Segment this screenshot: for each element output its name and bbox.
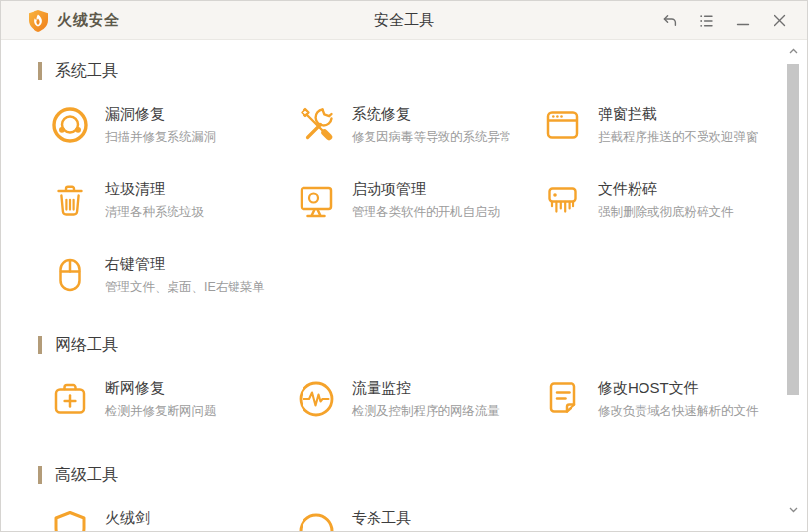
section-header-network-tools: 网络工具: [38, 334, 807, 356]
section-title: 高级工具: [55, 465, 118, 486]
tool-item-startup-manager[interactable]: 启动项管理 管理各类软件的开机自启动: [295, 178, 541, 224]
vertical-scrollbar[interactable]: [787, 46, 799, 531]
huorong-security-window: 火绒安全 安全工具: [0, 0, 808, 532]
tool-title: 弹窗拦截: [598, 104, 759, 124]
tool-title: 断网修复: [105, 378, 217, 398]
task-list-icon[interactable]: [699, 13, 714, 29]
section-accent-bar: [38, 336, 42, 354]
tool-item-system-repair[interactable]: 系统修复 修复因病毒等导致的系统异常: [295, 103, 541, 149]
startup-manager-icon: [295, 178, 338, 222]
app-logo: 火绒安全: [28, 9, 120, 33]
advanced-tools-grid: 火绒剑 专杀工具: [48, 507, 807, 532]
tool-item-right-click-menu[interactable]: 右键管理 管理文件、桌面、IE右键菜单: [48, 253, 295, 299]
tool-item-junk-clean[interactable]: 垃圾清理 清理各种系统垃圾: [48, 178, 295, 224]
app-name: 火绒安全: [57, 11, 120, 30]
tool-title: 垃圾清理: [105, 179, 204, 199]
flame-shield-logo-icon: [28, 9, 49, 33]
tool-subtitle: 检测并修复断网问题: [105, 403, 217, 419]
titlebar: 火绒安全 安全工具: [1, 1, 807, 40]
tool-title: 流量监控: [352, 378, 500, 398]
tool-item-huorong-sword[interactable]: 火绒剑: [48, 507, 295, 532]
section-title: 系统工具: [55, 61, 118, 82]
tool-item-modify-host-file[interactable]: 修改HOST文件 修改负责域名快速解析的文件: [541, 377, 787, 423]
section-accent-bar: [38, 62, 42, 80]
tool-subtitle: 扫描并修复系统漏洞: [105, 129, 217, 145]
tool-item-file-shredder[interactable]: 文件粉碎 强制删除或彻底粉碎文件: [541, 178, 787, 224]
tool-title: 专杀工具: [352, 508, 411, 528]
network-tools-grid: 断网修复 检测并修复断网问题 流量监控 检测及控制程序的网络流量: [48, 377, 807, 423]
back-arrow-icon[interactable]: [662, 13, 678, 29]
tool-item-popup-block[interactable]: 弹窗拦截 拦截程序推送的不受欢迎弹窗: [541, 103, 787, 149]
section-header-advanced-tools: 高级工具: [38, 464, 807, 486]
vulnerability-fix-icon: [48, 103, 92, 147]
tool-subtitle: 强制删除或彻底粉碎文件: [598, 204, 734, 220]
section-accent-bar: [38, 466, 42, 484]
tool-subtitle: 管理各类软件的开机自启动: [352, 204, 500, 220]
tool-title: 启动项管理: [352, 179, 500, 199]
tool-title: 火绒剑: [105, 508, 150, 528]
section-title: 网络工具: [55, 335, 118, 356]
tool-item-vulnerability-fix[interactable]: 漏洞修复 扫描并修复系统漏洞: [48, 103, 295, 149]
tool-subtitle: 清理各种系统垃圾: [105, 204, 204, 220]
system-repair-icon: [295, 103, 338, 147]
tool-subtitle: 管理文件、桌面、IE右键菜单: [105, 279, 265, 295]
popup-block-icon: [541, 103, 584, 147]
file-shredder-icon: [541, 178, 584, 222]
tool-item-traffic-monitor[interactable]: 流量监控 检测及控制程序的网络流量: [295, 377, 541, 423]
minimize-icon[interactable]: [735, 13, 751, 29]
tool-title: 文件粉碎: [598, 179, 734, 199]
section-header-system-tools: 系统工具: [38, 60, 807, 82]
special-kill-tool-icon: [295, 507, 338, 532]
tool-title: 系统修复: [352, 104, 512, 124]
tool-subtitle: 修复因病毒等导致的系统异常: [352, 129, 512, 145]
tool-subtitle: 拦截程序推送的不受欢迎弹窗: [598, 129, 759, 145]
tool-title: 修改HOST文件: [598, 378, 759, 398]
system-tools-grid: 漏洞修复 扫描并修复系统漏洞 系统修复 修复因病毒等导致的系统异常: [48, 103, 807, 299]
tool-item-special-kill-tool[interactable]: 专杀工具: [295, 507, 541, 532]
right-click-menu-icon: [48, 253, 92, 297]
tool-subtitle: 检测及控制程序的网络流量: [352, 403, 500, 419]
scroll-down-icon[interactable]: [787, 507, 799, 517]
scroll-up-icon[interactable]: [787, 48, 799, 58]
junk-clean-icon: [48, 178, 92, 222]
tools-content: 系统工具 漏洞修复 扫描并修复系统漏洞: [1, 60, 807, 532]
close-icon[interactable]: [772, 13, 787, 29]
huorong-sword-icon: [48, 507, 92, 532]
tool-title: 漏洞修复: [105, 104, 217, 124]
scrollbar-thumb[interactable]: [787, 64, 799, 395]
tool-title: 右键管理: [105, 254, 265, 274]
window-controls: [662, 13, 787, 29]
tool-subtitle: 修改负责域名快速解析的文件: [598, 403, 759, 419]
host-file-icon: [541, 377, 584, 421]
traffic-monitor-icon: [295, 377, 338, 421]
network-repair-icon: [48, 377, 92, 421]
tool-item-network-repair[interactable]: 断网修复 检测并修复断网问题: [48, 377, 295, 423]
